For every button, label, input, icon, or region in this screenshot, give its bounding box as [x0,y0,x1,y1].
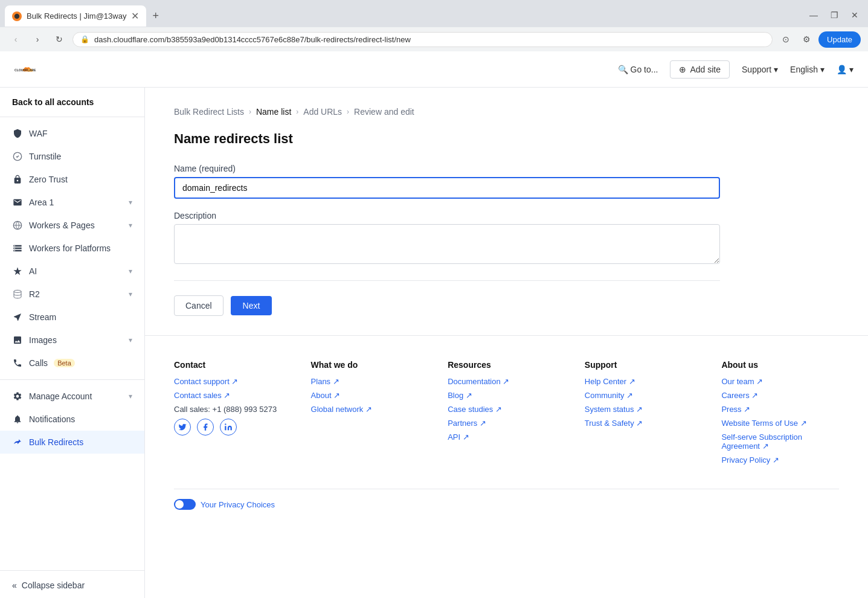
breadcrumb-sep-1: › [249,108,251,116]
sidebar-label-notifications: Notifications [29,414,75,424]
footer-link-trust-safety[interactable]: Trust & Safety ↗ [585,419,702,428]
footer-link-website-terms[interactable]: Website Terms of Use ↗ [721,419,839,428]
form-actions: Cancel Next [174,295,720,316]
sidebar-label-calls: Calls [29,358,48,368]
sidebar-label-waf: WAF [29,129,48,138]
footer-link-plans[interactable]: Plans ↗ [311,377,429,386]
add-site-btn[interactable]: ⊕ Add site [670,60,730,79]
browser-tab[interactable]: Bulk Redirects | Jim@13way ✕ [5,5,146,27]
url-input[interactable] [94,35,765,44]
name-label: Name (required) [174,164,720,173]
back-to-accounts[interactable]: Back to all accounts [0,88,144,117]
twitter-icon[interactable] [174,419,191,436]
footer-link-contact-sales[interactable]: Contact sales ↗ [174,391,292,400]
language-selector[interactable]: English ▾ [790,65,825,74]
footer-link-global-network[interactable]: Global network ↗ [311,405,429,414]
cancel-button[interactable]: Cancel [174,295,223,316]
footer-link-press[interactable]: Press ↗ [721,405,839,414]
workers-platforms-icon [12,243,23,254]
sidebar-item-notifications[interactable]: Notifications [0,408,144,431]
linkedin-icon[interactable] [220,419,237,436]
maximize-btn[interactable]: ❐ [826,7,843,24]
footer-about-us-title: About us [721,360,839,370]
content-area: Bulk Redirect Lists › Name list › Add UR… [145,88,868,598]
form-divider [174,280,720,281]
footer-link-contact-support[interactable]: Contact support ↗ [174,377,292,386]
footer-link-documentation[interactable]: Documentation ↗ [448,377,565,386]
ai-chevron-icon: ▾ [129,267,132,275]
sidebar-divider [0,379,144,380]
ai-icon [12,266,23,277]
footer-link-careers[interactable]: Careers ↗ [721,391,839,400]
footer-col-about-us: About us Our team ↗ Careers ↗ Press ↗ We… [721,360,839,469]
sidebar-item-zero-trust[interactable]: Zero Trust [0,168,144,191]
user-icon: 👤 [837,65,847,74]
lock-icon: 🔒 [80,35,89,43]
footer-link-community[interactable]: Community ↗ [585,391,702,400]
sidebar-item-workers-pages[interactable]: Workers & Pages ▾ [0,214,144,237]
sidebar-item-manage-account[interactable]: Manage Account ▾ [0,385,144,408]
share-btn[interactable]: ⊙ [777,31,794,48]
footer-link-system-status[interactable]: System status ↗ [585,405,702,414]
collapse-sidebar-btn[interactable]: « Collapse sidebar [0,570,144,598]
sidebar-item-r2[interactable]: R2 ▾ [0,283,144,306]
images-icon [12,335,23,346]
user-chevron-icon: ▾ [849,65,854,74]
footer-link-subscription-agreement[interactable]: Self-serve Subscription Agreement ↗ [721,432,839,451]
footer-link-our-team[interactable]: Our team ↗ [721,377,839,386]
footer-link-case-studies[interactable]: Case studies ↗ [448,405,565,414]
privacy-toggle-knob [175,500,184,509]
breadcrumb: Bulk Redirect Lists › Name list › Add UR… [174,107,720,117]
images-chevron-icon: ▾ [129,336,132,344]
reload-btn[interactable]: ↻ [51,31,68,48]
next-button[interactable]: Next [231,296,272,315]
address-bar[interactable]: 🔒 [72,32,773,47]
privacy-toggle[interactable] [174,499,196,510]
footer-col-what-we-do: What we do Plans ↗ About ↗ Global networ… [311,360,429,469]
sidebar-item-images[interactable]: Images ▾ [0,329,144,352]
sidebar-item-calls[interactable]: Calls Beta [0,352,144,375]
facebook-icon[interactable] [197,419,214,436]
goto-link[interactable]: 🔍 Go to... [618,65,658,74]
window-close-btn[interactable]: ✕ [846,7,863,24]
minimize-btn[interactable]: — [805,7,822,24]
r2-chevron-icon: ▾ [129,290,132,298]
sidebar-item-workers-platforms[interactable]: Workers for Platforms [0,237,144,260]
sidebar-item-turnstile[interactable]: Turnstile [0,145,144,168]
tab-close-btn[interactable]: ✕ [131,10,139,22]
footer-resources-title: Resources [448,360,565,370]
footer-link-partners[interactable]: Partners ↗ [448,419,565,428]
notifications-icon [12,414,23,425]
update-btn[interactable]: Update [818,31,861,48]
footer-link-api[interactable]: API ↗ [448,432,565,442]
sidebar-item-ai[interactable]: AI ▾ [0,260,144,283]
back-btn[interactable]: ‹ [7,31,24,48]
footer-link-privacy-policy[interactable]: Privacy Policy ↗ [721,455,839,465]
sidebar-item-area1[interactable]: Area 1 ▾ [0,191,144,214]
svg-text:CLOUDFLARE: CLOUDFLARE [14,68,36,71]
workers-pages-icon [12,220,23,231]
description-input[interactable] [174,224,720,264]
sidebar-label-bulk-redirects: Bulk Redirects [29,437,83,447]
footer-link-blog[interactable]: Blog ↗ [448,391,565,400]
user-menu[interactable]: 👤 ▾ [837,65,854,74]
footer-col-contact: Contact Contact support ↗ Contact sales … [174,360,292,469]
new-tab-btn[interactable]: + [147,5,164,27]
breadcrumb-bulk-redirect-lists[interactable]: Bulk Redirect Lists [174,107,244,117]
sidebar-nav: WAF Turnstile Zero Trust [0,117,144,570]
forward-btn[interactable]: › [29,31,46,48]
privacy-label: Your Privacy Choices [201,500,275,509]
topbar-right: 🔍 Go to... ⊕ Add site Support ▾ English … [618,60,854,79]
sidebar-item-stream[interactable]: Stream [0,306,144,329]
name-input[interactable] [174,177,720,199]
extensions-btn[interactable]: ⚙ [798,31,815,48]
sidebar-item-bulk-redirects[interactable]: Bulk Redirects [0,431,144,454]
waf-icon [12,128,23,139]
cloudflare-logo[interactable]: CLOUDFLARE [14,61,39,78]
footer-link-about[interactable]: About ↗ [311,391,429,400]
sidebar-item-waf[interactable]: WAF [0,122,144,145]
footer-link-help-center[interactable]: Help Center ↗ [585,377,702,386]
support-link[interactable]: Support ▾ [742,65,778,74]
footer-col-resources: Resources Documentation ↗ Blog ↗ Case st… [448,360,565,469]
footer-privacy[interactable]: Your Privacy Choices [174,489,839,510]
